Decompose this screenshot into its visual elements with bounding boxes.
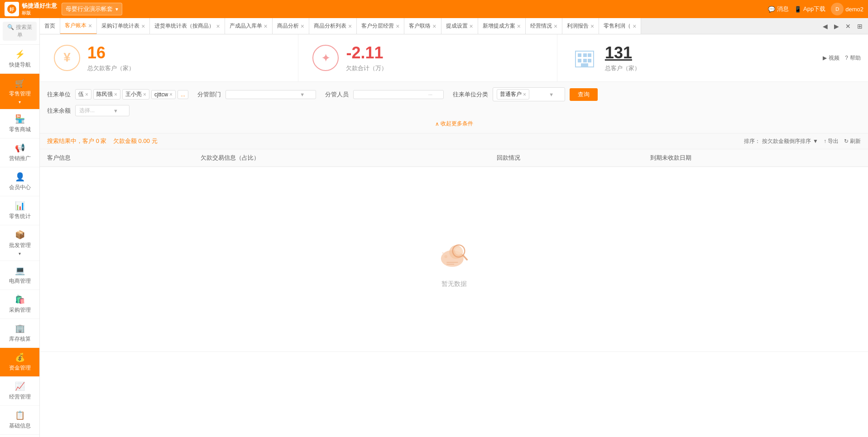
sidebar-item-operation[interactable]: 📈 经营管理 bbox=[0, 377, 39, 406]
collapse-arrow: ∧ bbox=[435, 121, 439, 127]
stat-values-2: -2.11 欠款合计（万） bbox=[346, 43, 387, 72]
tab-operation-close[interactable]: × bbox=[554, 23, 557, 30]
tab-stock-table[interactable]: 进货单统计表（按商品） × bbox=[150, 18, 225, 34]
sidebar-search-area[interactable]: 🔍 搜索菜单 bbox=[0, 18, 39, 45]
sidebar-item-wholesale[interactable]: 📦 批发管理 ▾ bbox=[0, 225, 39, 261]
unit-tag-wu[interactable]: 伍 × bbox=[75, 89, 91, 100]
search-button[interactable]: 查询 bbox=[570, 88, 598, 101]
sidebar-item-retail-stats[interactable]: 📊 零售统计 bbox=[0, 196, 39, 225]
help-btn[interactable]: ? 帮助 bbox=[845, 54, 861, 62]
unit-tag-cjttcw-close[interactable]: × bbox=[169, 91, 173, 98]
tab-stock-table-close[interactable]: × bbox=[216, 23, 220, 30]
results-count: 0 bbox=[96, 138, 99, 144]
user-name: demo2 bbox=[845, 6, 863, 13]
tab-new-commission-close[interactable]: × bbox=[517, 23, 521, 30]
tab-commission-settings-close[interactable]: × bbox=[470, 23, 473, 30]
tab-customer-book-close[interactable]: × bbox=[88, 22, 92, 29]
tab-goods-list-label: 商品分析列表 bbox=[314, 22, 346, 30]
refresh-label: 刷新 bbox=[850, 138, 861, 145]
tab-purchase-order-close[interactable]: × bbox=[141, 23, 145, 30]
sidebar-item-inventory[interactable]: 🏢 库存核算 bbox=[0, 319, 39, 348]
collapse-button[interactable]: ∧ 收起更多条件 bbox=[435, 120, 473, 128]
tab-product-cost-close[interactable]: × bbox=[264, 23, 268, 30]
sidebar-item-system[interactable]: ⚙️ 系统管理 bbox=[0, 435, 39, 437]
table-header-row: 客户信息 欠款交易信息（占比） 回款情况 到期未收款日期 bbox=[40, 149, 868, 167]
manager-filter-select[interactable]: ··· bbox=[353, 90, 444, 99]
tab-goods-analysis-close[interactable]: × bbox=[301, 23, 304, 30]
sidebar-item-retail-mall[interactable]: 🏪 零售商城 bbox=[0, 109, 39, 138]
app-label: App下载 bbox=[803, 5, 825, 13]
user-avatar-btn[interactable]: D demo2 bbox=[831, 3, 863, 15]
sidebar-item-quick-nav[interactable]: ⚡ 快捷导航 bbox=[0, 45, 39, 74]
sidebar-item-member[interactable]: 👤 会员中心 bbox=[0, 167, 39, 196]
tab-operation-label: 经营情况 bbox=[530, 22, 552, 30]
stat-total-debt: ✦ -2.11 欠款合计（万） bbox=[298, 34, 557, 81]
unit-tag-wu-close[interactable]: × bbox=[85, 91, 88, 98]
sidebar-item-marketing[interactable]: 📢 营销推广 bbox=[0, 138, 39, 167]
tab-home[interactable]: 首页 bbox=[40, 18, 60, 34]
account-selector[interactable]: 母婴行业演示帐套 bbox=[62, 3, 122, 15]
svg-point-22 bbox=[442, 252, 443, 253]
tab-scroll-left[interactable]: ◀ bbox=[820, 22, 830, 31]
tab-customer-tier-close[interactable]: × bbox=[396, 23, 399, 30]
sidebar-item-purchase[interactable]: 🛍️ 采购管理 bbox=[0, 290, 39, 319]
tab-customer-tier[interactable]: 客户分层经营 × bbox=[357, 18, 404, 34]
sidebar-item-ecommerce[interactable]: 💻 电商管理 bbox=[0, 261, 39, 290]
tab-profit-report-label: 利润报告 bbox=[567, 22, 589, 30]
unit-class-arrow: ▼ bbox=[549, 92, 554, 97]
inventory-icon: 🏢 bbox=[15, 323, 25, 333]
tab-profit-report[interactable]: 利润报告 × bbox=[562, 18, 599, 34]
sidebar-item-basic-info[interactable]: 📋 基础信息 bbox=[0, 406, 39, 435]
dept-filter-select[interactable]: ▼ bbox=[225, 90, 316, 99]
unit-class-select[interactable]: 普通客户 × ▼ bbox=[493, 87, 565, 101]
tab-scroll-right[interactable]: ▶ bbox=[831, 22, 842, 31]
marketing-label: 营销推广 bbox=[9, 155, 31, 162]
video-help-btn[interactable]: ▶ 视频 bbox=[823, 54, 839, 62]
basic-info-icon: 📋 bbox=[15, 410, 25, 420]
member-icon: 👤 bbox=[15, 172, 25, 182]
col-repayment: 回款情况 bbox=[489, 149, 643, 167]
tab-operation[interactable]: 经营情况 × bbox=[526, 18, 562, 34]
results-amount-label: 欠款金额 bbox=[113, 138, 137, 144]
wholesale-arrow: ▾ bbox=[19, 251, 21, 256]
message-btn[interactable]: 💬 消息 bbox=[768, 5, 789, 13]
svg-rect-11 bbox=[583, 59, 587, 62]
tab-customer-contact[interactable]: 客户联络 × bbox=[404, 18, 441, 34]
svg-rect-10 bbox=[578, 59, 581, 62]
sidebar-item-retail-mgmt[interactable]: 🛒 零售管理 ▾ bbox=[0, 74, 39, 109]
tab-customer-contact-close[interactable]: × bbox=[432, 23, 436, 30]
svg-text:好: 好 bbox=[9, 7, 14, 12]
unit-tag-cjttcw[interactable]: cjttcw × bbox=[151, 90, 176, 99]
sort-control[interactable]: 排序： 按欠款金额倒序排序 ▼ bbox=[744, 138, 818, 145]
app-download-btn[interactable]: 📱 App下载 bbox=[794, 5, 825, 13]
unit-class-tag-normal[interactable]: 普通客户 × bbox=[497, 89, 529, 100]
tab-maximize[interactable]: ⊞ bbox=[854, 22, 865, 31]
tab-product-cost[interactable]: 产成品入库单 × bbox=[225, 18, 273, 34]
search-menu-box[interactable]: 🔍 搜索菜单 bbox=[3, 22, 37, 41]
stat-label-debt: 欠款合计（万） bbox=[346, 64, 387, 72]
balance-filter-select[interactable]: 选择... ▼ bbox=[75, 105, 129, 116]
quick-nav-label: 快捷导航 bbox=[9, 61, 31, 69]
retail-stats-icon: 📊 bbox=[15, 201, 25, 211]
sidebar-item-finance[interactable]: 💰 资金管理 bbox=[0, 348, 39, 377]
tab-retail-profit[interactable]: 零售利润（ × bbox=[599, 18, 641, 34]
stat-icon-yen: ¥ bbox=[53, 44, 81, 71]
unit-tag-chen[interactable]: 陈民强 × bbox=[93, 89, 120, 100]
tab-close-all[interactable]: ✕ bbox=[843, 22, 854, 31]
refresh-btn[interactable]: ↻ 刷新 bbox=[844, 138, 861, 145]
tab-goods-analysis[interactable]: 商品分析 × bbox=[273, 18, 309, 34]
tab-retail-profit-close[interactable]: × bbox=[633, 23, 636, 30]
tab-profit-report-close[interactable]: × bbox=[590, 23, 594, 30]
tab-purchase-order[interactable]: 采购订单统计表 × bbox=[97, 18, 150, 34]
export-btn[interactable]: ↑ 导出 bbox=[824, 138, 839, 145]
tab-commission-settings[interactable]: 提成设置 × bbox=[441, 18, 478, 34]
unit-tag-wang[interactable]: 王小亮 × bbox=[122, 89, 149, 100]
tab-goods-list-close[interactable]: × bbox=[348, 23, 352, 30]
tab-new-commission[interactable]: 新增提成方案 × bbox=[478, 18, 526, 34]
unit-tag-chen-close[interactable]: × bbox=[114, 91, 117, 98]
tab-goods-list[interactable]: 商品分析列表 × bbox=[309, 18, 357, 34]
tab-customer-book[interactable]: 客户账本 × bbox=[60, 18, 97, 34]
unit-class-tag-close[interactable]: × bbox=[523, 91, 526, 98]
unit-tag-more[interactable]: ... bbox=[177, 90, 188, 99]
unit-tag-wang-close[interactable]: × bbox=[143, 91, 146, 98]
